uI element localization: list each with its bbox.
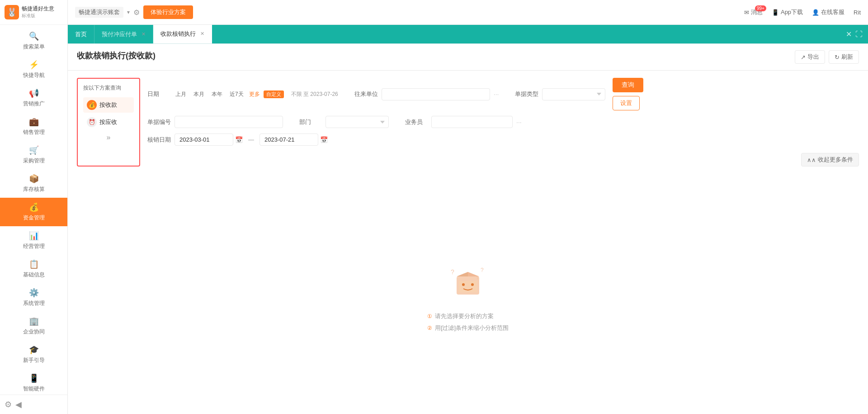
- salesman-more-icon[interactable]: ···: [516, 119, 522, 126]
- industry-solution-button[interactable]: 体验行业方案: [143, 5, 193, 19]
- topbar-gear-icon[interactable]: ⚙: [133, 8, 140, 17]
- sidebar-label-sales: 销售管理: [23, 128, 45, 136]
- bill-no-field: 单据编号: [147, 116, 283, 128]
- online-service-button[interactable]: 👤 在线客服: [812, 8, 844, 16]
- sidebar-item-search-menu[interactable]: 🔍搜索菜单: [0, 27, 67, 55]
- sidebar-item-finance[interactable]: 💰资金管理: [0, 198, 67, 226]
- filter-panel-collapse-btn[interactable]: »: [83, 133, 134, 142]
- refresh-icon: ↻: [835, 54, 840, 61]
- salesman-label: 业务员: [405, 118, 428, 126]
- refresh-button[interactable]: ↻ 刷新: [829, 50, 859, 64]
- company-selector[interactable]: 畅捷通演示账套: [75, 7, 123, 18]
- bill-type-select[interactable]: [542, 88, 605, 100]
- topbar-right: ✉ 消息 99+ 📱 App下载 👤 在线客服 Rit: [744, 8, 861, 16]
- date-shortcut-7days[interactable]: 近7天: [228, 90, 245, 99]
- system-icon: ⚙️: [29, 288, 39, 298]
- company-dropdown-icon[interactable]: ▾: [127, 9, 130, 15]
- page-header-actions: ↗ 导出 ↻ 刷新: [795, 50, 859, 70]
- tabbar: 首页 预付冲应付单 ✕ 收款核销执行 ✕ ✕ ⛶: [68, 25, 868, 44]
- sidebar-item-marketing[interactable]: 📢营销推广: [0, 84, 67, 112]
- date-range-dash: —: [248, 136, 254, 143]
- fullscreen-tab-button[interactable]: ⛶: [855, 30, 863, 38]
- bill-no-input[interactable]: [175, 116, 283, 128]
- salesman-input[interactable]: [431, 116, 513, 128]
- finance-icon: 💰: [29, 202, 39, 212]
- guide-icon: 🎓: [29, 345, 39, 355]
- filter-receivable-icon: ⏰: [87, 117, 97, 127]
- filter-option-by-receivable[interactable]: ⏰ 按应收: [83, 114, 134, 130]
- search-settings-button[interactable]: 设置: [613, 96, 640, 110]
- sales-icon: 💼: [29, 117, 39, 127]
- tab-home-label: 首页: [75, 30, 87, 38]
- sidebar-item-enterprise[interactable]: 🏢企业协同: [0, 312, 67, 340]
- collapse-sidebar-icon[interactable]: ◀: [15, 400, 22, 409]
- tab-receipt-offset[interactable]: 收款核销执行 ✕: [153, 25, 212, 43]
- verify-date-to-calendar-icon[interactable]: 📅: [320, 136, 328, 143]
- app-download-button[interactable]: 📱 App下载: [772, 8, 803, 16]
- sidebar-item-inventory[interactable]: 📦库存核算: [0, 169, 67, 198]
- sidebar-item-operation[interactable]: 📊经营管理: [0, 226, 67, 255]
- sidebar-item-basic-info[interactable]: 📋基础信息: [0, 255, 67, 283]
- sidebar-item-quick-nav[interactable]: ⚡快捷导航: [0, 55, 67, 84]
- verify-date-from-calendar-icon[interactable]: 📅: [235, 136, 243, 143]
- sidebar-item-hardware[interactable]: 📱智能硬件: [0, 369, 67, 395]
- logo-text: 畅捷通好生意: [22, 5, 54, 13]
- sidebar-item-system[interactable]: ⚙️系统管理: [0, 283, 67, 312]
- quick-nav-icon: ⚡: [29, 60, 39, 70]
- verify-date-label: 核销日期: [147, 136, 171, 144]
- hardware-icon: 📱: [29, 373, 39, 383]
- tab-prepay-close-icon[interactable]: ✕: [142, 31, 146, 37]
- tab-receipt-label: 收款核销执行: [160, 30, 196, 38]
- counterpart-label: 往来单位: [354, 90, 378, 98]
- query-actions: 查询 设置: [613, 78, 643, 110]
- verify-date-from-input[interactable]: [175, 133, 233, 146]
- close-tab-button[interactable]: ✕: [846, 30, 852, 38]
- query-button[interactable]: 查询: [613, 78, 643, 92]
- sidebar-item-guide[interactable]: 🎓新手引导: [0, 340, 67, 369]
- tab-home[interactable]: 首页: [68, 25, 94, 43]
- date-shortcut-this-month[interactable]: 本月: [192, 90, 206, 99]
- empty-illustration-svg: ? ? ?: [445, 256, 491, 301]
- filter-search-area: 按以下方案查询 💰 按收款 ⏰ 按应收 » 日期: [68, 71, 868, 174]
- svg-point-5: [471, 283, 474, 286]
- tip2-text: 用[过滤]条件来缩小分析范围: [435, 324, 509, 332]
- empty-tip2: ② 用[过滤]条件来缩小分析范围: [427, 324, 509, 332]
- sidebar-item-sales[interactable]: 💼销售管理: [0, 112, 67, 141]
- sidebar-nav: 🔍搜索菜单⚡快捷导航📢营销推广💼销售管理🛒采购管理📦库存核算💰资金管理📊经营管理…: [0, 25, 67, 395]
- sidebar-item-purchase[interactable]: 🛒采购管理: [0, 141, 67, 169]
- sidebar-label-operation: 经营管理: [23, 243, 45, 250]
- message-button[interactable]: ✉ 消息 99+: [744, 8, 763, 16]
- empty-illustration: ? ? ?: [445, 256, 491, 303]
- svg-text:?: ?: [451, 268, 454, 276]
- service-icon: 👤: [812, 9, 819, 16]
- tab-prepay-offset[interactable]: 预付冲应付单 ✕: [94, 25, 153, 43]
- date-shortcut-last-month[interactable]: 上月: [174, 90, 188, 99]
- svg-marker-1: [457, 272, 468, 276]
- date-more-button[interactable]: 更多: [249, 90, 260, 98]
- tab-receipt-close-icon[interactable]: ✕: [200, 31, 204, 37]
- verify-date-from-field: 📅: [175, 133, 243, 146]
- verify-date-to-input[interactable]: [259, 133, 318, 146]
- settings-icon[interactable]: ⚙: [5, 400, 12, 409]
- basic-info-icon: 📋: [29, 259, 39, 269]
- search-form-row1: 日期 上月 本月 本年 近7天 更多 自定义 不限 至 2023-07-26: [147, 78, 859, 110]
- empty-tips: ① 请先选择要分析的方案 ② 用[过滤]条件来缩小分析范围: [427, 312, 509, 332]
- search-form: 日期 上月 本月 本年 近7天 更多 自定义 不限 至 2023-07-26: [147, 78, 859, 167]
- sidebar-label-inventory: 库存核算: [23, 186, 45, 193]
- user-name[interactable]: Rit: [854, 9, 861, 16]
- export-button[interactable]: ↗ 导出: [795, 50, 825, 64]
- message-icon: ✉: [744, 9, 749, 16]
- counterpart-input[interactable]: [382, 88, 490, 100]
- collapse-conditions-row: ∧∧ 收起更多条件: [147, 153, 859, 167]
- counterpart-more-icon[interactable]: ···: [494, 90, 499, 98]
- counterpart-field: 往来单位 ···: [354, 88, 499, 100]
- dept-select[interactable]: [326, 116, 389, 128]
- salesman-field: 业务员 ···: [405, 116, 522, 128]
- filter-option-by-receipt[interactable]: 💰 按收款: [83, 97, 134, 113]
- empty-state: ? ? ? ① 请先选择要分析的方案 ② 用[过滤]条件来缩小分析范围: [68, 174, 868, 414]
- date-shortcut-this-year[interactable]: 本年: [210, 90, 224, 99]
- page-body: 收款核销执行(按收款) ↗ 导出 ↻ 刷新 按以下方案查询 💰 按收款: [68, 44, 868, 414]
- collapse-conditions-button[interactable]: ∧∧ 收起更多条件: [801, 153, 859, 167]
- date-label: 日期: [147, 90, 170, 98]
- app-icon: 📱: [772, 9, 779, 16]
